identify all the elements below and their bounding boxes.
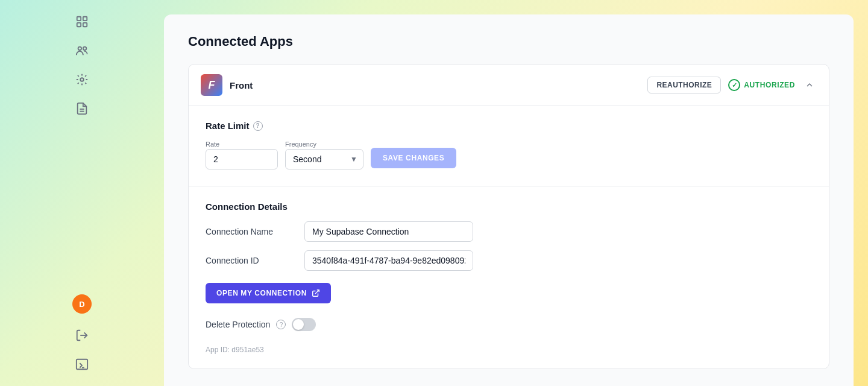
svg-rect-1 <box>83 17 87 21</box>
app-logo: F <box>201 74 222 96</box>
authorized-label: AUTHORIZED <box>744 81 795 89</box>
section-divider <box>189 186 829 187</box>
external-link-icon <box>312 289 320 297</box>
delete-protection-help-icon[interactable]: ? <box>276 320 286 329</box>
open-connection-button[interactable]: OPEN MY CONNECTION <box>206 283 331 303</box>
connection-id-row: Connection ID <box>206 250 812 271</box>
connection-id-input[interactable] <box>304 250 473 271</box>
connection-name-label: Connection Name <box>206 227 290 236</box>
users-icon[interactable] <box>70 39 94 63</box>
collapse-button[interactable] <box>802 78 817 92</box>
frequency-select[interactable]: Second Minute Hour Day <box>285 149 363 169</box>
sidebar: D <box>0 0 164 386</box>
svg-rect-3 <box>83 23 87 27</box>
delete-protection-row: Delete Protection ? <box>206 318 812 331</box>
app-id: App ID: d951ae53 <box>206 346 812 354</box>
svg-line-12 <box>315 290 319 294</box>
rate-limit-help-icon[interactable]: ? <box>253 121 263 131</box>
app-card-body: Rate Limit ? Rate Frequency Second Minut… <box>189 106 829 369</box>
rate-label: Rate <box>206 141 278 148</box>
logout-icon[interactable] <box>70 323 94 347</box>
toggle-knob <box>293 319 304 330</box>
rate-limit-row: Rate Frequency Second Minute Hour Day <box>206 141 812 169</box>
rate-input[interactable] <box>206 149 278 169</box>
app-card-header: F Front REAUTHORIZE ✓ AUTHORIZED <box>189 65 829 106</box>
grid-icon[interactable] <box>70 10 94 34</box>
app-name: Front <box>230 80 640 90</box>
settings-icon[interactable] <box>70 68 94 92</box>
connection-name-input[interactable] <box>304 221 473 242</box>
connection-id-label: Connection ID <box>206 256 290 265</box>
delete-protection-label: Delete Protection <box>206 320 270 329</box>
avatar[interactable]: D <box>72 294 92 314</box>
main-content: Connected Apps F Front REAUTHORIZE ✓ AUT… <box>164 0 868 386</box>
save-changes-button[interactable]: SAVE CHANGES <box>371 148 456 168</box>
app-card: F Front REAUTHORIZE ✓ AUTHORIZED Rate Li… <box>188 64 829 369</box>
page-title: Connected Apps <box>188 34 829 49</box>
frequency-field-group: Frequency Second Minute Hour Day ▼ <box>285 141 363 169</box>
connection-details-title: Connection Details <box>206 201 812 212</box>
svg-rect-0 <box>77 17 81 21</box>
connection-name-row: Connection Name <box>206 221 812 242</box>
page-container: Connected Apps F Front REAUTHORIZE ✓ AUT… <box>164 14 854 386</box>
svg-point-4 <box>78 47 82 51</box>
file-icon[interactable] <box>70 96 94 121</box>
check-circle-icon: ✓ <box>728 79 740 91</box>
chevron-up-icon <box>805 80 814 90</box>
connection-details-section: Connection Details Connection Name Conne… <box>206 201 812 271</box>
rate-limit-section-title: Rate Limit ? <box>206 121 812 131</box>
terminal-icon[interactable] <box>70 352 94 376</box>
svg-rect-2 <box>77 23 81 27</box>
rate-field-group: Rate <box>206 141 278 169</box>
svg-point-6 <box>80 78 84 81</box>
frequency-label: Frequency <box>285 141 363 148</box>
reauthorize-button[interactable]: REAUTHORIZE <box>647 77 721 93</box>
frequency-select-wrapper: Second Minute Hour Day ▼ <box>285 149 363 169</box>
svg-point-5 <box>83 47 87 51</box>
authorized-badge: ✓ AUTHORIZED <box>728 79 795 91</box>
delete-protection-toggle[interactable] <box>292 318 316 331</box>
